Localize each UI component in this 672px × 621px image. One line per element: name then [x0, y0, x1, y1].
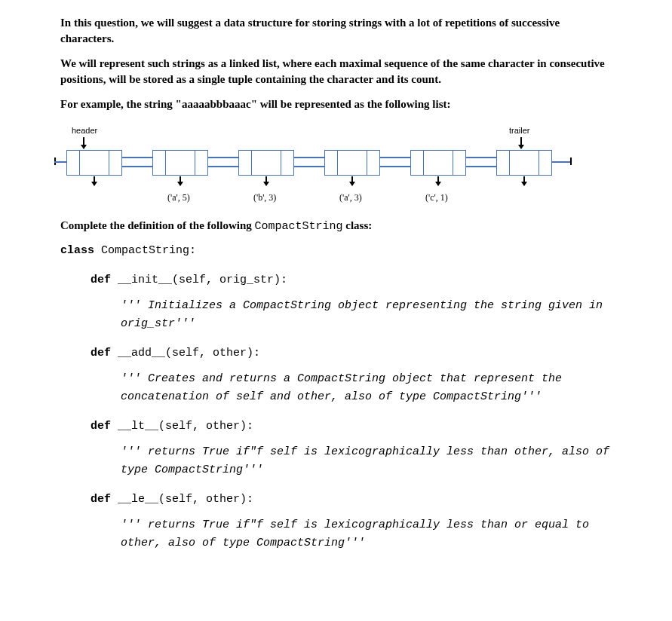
link-line — [122, 166, 152, 167]
link-line — [54, 161, 66, 163]
down-arrow-icon — [265, 176, 267, 185]
method-le: def __le__(self, other): — [91, 491, 612, 509]
link-line — [380, 166, 410, 167]
down-arrow-icon — [437, 176, 439, 185]
trailer-arrow-icon — [520, 137, 522, 148]
trailer-node — [496, 150, 552, 176]
link-line — [208, 166, 238, 167]
docstring-le: ''' returns True if"f self is lexicograp… — [121, 516, 612, 552]
code-block: class CompactString: def __init__(self, … — [60, 242, 612, 552]
header-label: header — [72, 125, 97, 136]
data-node-3 — [324, 150, 380, 176]
trailer-label: trailer — [509, 125, 530, 136]
tuple-label-4: ('c', 1) — [425, 191, 448, 204]
link-line — [552, 161, 570, 163]
intro-paragraph-3: For example, the string "aaaaabbbaaac" w… — [60, 96, 612, 112]
class-keyword: class — [60, 244, 94, 257]
data-node-4 — [410, 150, 466, 176]
header-node — [66, 150, 122, 176]
def-keyword: def — [91, 493, 111, 506]
linked-list-diagram: header trailer ('a', 5) ('b', 3) ('a', 3… — [60, 124, 612, 203]
link-line — [122, 157, 152, 158]
down-arrow-icon — [351, 176, 353, 185]
link-line — [294, 157, 324, 158]
method-signature: __lt__(self, other): — [118, 420, 253, 433]
def-keyword: def — [91, 274, 111, 286]
complete-instruction: Complete the definition of the following… — [60, 218, 612, 234]
def-keyword: def — [91, 420, 111, 433]
method-init: def __init__(self, orig_str): — [91, 271, 612, 289]
def-keyword: def — [91, 347, 111, 359]
complete-prefix: Complete the definition of the following — [60, 219, 254, 231]
link-line — [380, 157, 410, 158]
link-line — [208, 157, 238, 158]
data-node-2 — [238, 150, 294, 176]
complete-classname: CompactString — [254, 220, 342, 233]
down-arrow-icon — [523, 176, 525, 185]
tuple-label-3: ('a', 3) — [339, 191, 362, 204]
down-arrow-icon — [94, 176, 95, 185]
down-arrow-icon — [180, 176, 181, 185]
class-name-text: CompactString: — [101, 244, 196, 257]
docstring-lt: ''' returns True if"f self is lexicograp… — [121, 443, 612, 479]
link-line — [466, 166, 496, 167]
link-line — [294, 166, 324, 167]
complete-suffix: class: — [343, 219, 373, 231]
tuple-label-1: ('a', 5) — [167, 191, 190, 204]
docstring-init: ''' Initializes a CompactString object r… — [121, 297, 612, 333]
right-endpoint-icon — [570, 158, 572, 165]
link-line — [466, 157, 496, 158]
data-node-1 — [152, 150, 208, 176]
intro-paragraph-2: We will represent such strings as a link… — [60, 56, 612, 87]
docstring-add: ''' Creates and returns a CompactString … — [121, 370, 612, 406]
intro-paragraph-1: In this question, we will suggest a data… — [60, 15, 612, 47]
method-lt: def __lt__(self, other): — [91, 418, 612, 436]
tuple-label-2: ('b', 3) — [253, 191, 276, 204]
method-signature: __init__(self, orig_str): — [118, 274, 287, 286]
method-signature: __add__(self, other): — [118, 347, 260, 359]
header-arrow-icon — [83, 137, 84, 148]
method-signature: __le__(self, other): — [118, 493, 253, 506]
class-declaration: class CompactString: — [60, 242, 612, 260]
method-add: def __add__(self, other): — [91, 344, 612, 363]
